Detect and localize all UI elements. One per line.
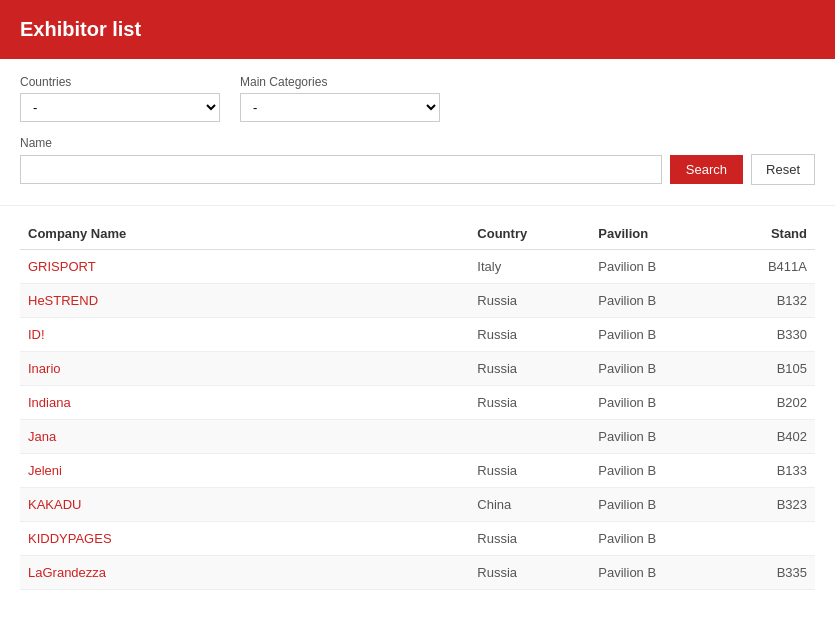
cell-country (469, 420, 590, 454)
countries-label: Countries (20, 75, 220, 89)
search-button[interactable]: Search (670, 155, 743, 184)
cell-stand: B323 (729, 488, 815, 522)
cell-stand (729, 522, 815, 556)
cell-pavilion: Pavilion B (590, 284, 728, 318)
cell-stand: B133 (729, 454, 815, 488)
cell-stand: B411A (729, 250, 815, 284)
table-header-row: Company Name Country Pavilion Stand (20, 216, 815, 250)
table-row: InarioRussiaPavilion BB105 (20, 352, 815, 386)
cell-country: Russia (469, 556, 590, 590)
page-title: Exhibitor list (20, 18, 815, 41)
table-header: Company Name Country Pavilion Stand (20, 216, 815, 250)
cell-stand: B132 (729, 284, 815, 318)
table-row: JeleniRussiaPavilion BB133 (20, 454, 815, 488)
table-row: LaGrandezzaRussiaPavilion BB335 (20, 556, 815, 590)
cell-country: Russia (469, 522, 590, 556)
page-header: Exhibitor list (0, 0, 835, 59)
table-row: KAKADUChinaPavilion BB323 (20, 488, 815, 522)
cell-pavilion: Pavilion B (590, 250, 728, 284)
cell-pavilion: Pavilion B (590, 556, 728, 590)
exhibitor-table: Company Name Country Pavilion Stand GRIS… (20, 216, 815, 590)
cell-country: Italy (469, 250, 590, 284)
name-input[interactable] (20, 155, 662, 184)
cell-company[interactable]: KIDDYPAGES (20, 522, 469, 556)
cell-pavilion: Pavilion B (590, 318, 728, 352)
main-categories-select[interactable]: - (240, 93, 440, 122)
cell-country: Russia (469, 284, 590, 318)
cell-pavilion: Pavilion B (590, 488, 728, 522)
cell-company[interactable]: ID! (20, 318, 469, 352)
cell-pavilion: Pavilion B (590, 352, 728, 386)
cell-stand: B202 (729, 386, 815, 420)
cell-pavilion: Pavilion B (590, 522, 728, 556)
cell-country: Russia (469, 454, 590, 488)
cell-company[interactable]: GRISPORT (20, 250, 469, 284)
filters-section: Countries - Main Categories - Name Searc… (0, 59, 835, 206)
cell-pavilion: Pavilion B (590, 454, 728, 488)
countries-select[interactable]: - (20, 93, 220, 122)
main-categories-group: Main Categories - (240, 75, 440, 122)
col-header-country: Country (469, 216, 590, 250)
table-body: GRISPORTItalyPavilion BB411AHeSTRENDRuss… (20, 250, 815, 590)
name-input-row: Search Reset (20, 154, 815, 185)
reset-button[interactable]: Reset (751, 154, 815, 185)
main-categories-label: Main Categories (240, 75, 440, 89)
col-header-company: Company Name (20, 216, 469, 250)
table-row: GRISPORTItalyPavilion BB411A (20, 250, 815, 284)
name-row: Name Search Reset (20, 136, 815, 185)
cell-company[interactable]: HeSTREND (20, 284, 469, 318)
cell-company[interactable]: Indiana (20, 386, 469, 420)
dropdown-row: Countries - Main Categories - (20, 75, 815, 122)
cell-company[interactable]: KAKADU (20, 488, 469, 522)
cell-company[interactable]: Jeleni (20, 454, 469, 488)
table-row: ID!RussiaPavilion BB330 (20, 318, 815, 352)
col-header-pavilion: Pavilion (590, 216, 728, 250)
cell-stand: B402 (729, 420, 815, 454)
cell-country: Russia (469, 352, 590, 386)
table-row: JanaPavilion BB402 (20, 420, 815, 454)
cell-company[interactable]: Jana (20, 420, 469, 454)
table-row: HeSTRENDRussiaPavilion BB132 (20, 284, 815, 318)
cell-stand: B335 (729, 556, 815, 590)
table-row: KIDDYPAGESRussiaPavilion B (20, 522, 815, 556)
cell-stand: B105 (729, 352, 815, 386)
countries-group: Countries - (20, 75, 220, 122)
table-container: Company Name Country Pavilion Stand GRIS… (0, 206, 835, 600)
cell-pavilion: Pavilion B (590, 386, 728, 420)
name-label: Name (20, 136, 815, 150)
col-header-stand: Stand (729, 216, 815, 250)
cell-country: Russia (469, 386, 590, 420)
cell-stand: B330 (729, 318, 815, 352)
cell-country: Russia (469, 318, 590, 352)
cell-country: China (469, 488, 590, 522)
table-row: IndianaRussiaPavilion BB202 (20, 386, 815, 420)
cell-company[interactable]: LaGrandezza (20, 556, 469, 590)
cell-pavilion: Pavilion B (590, 420, 728, 454)
cell-company[interactable]: Inario (20, 352, 469, 386)
